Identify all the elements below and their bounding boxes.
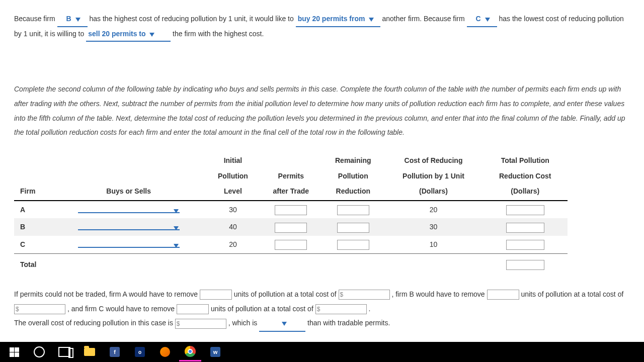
facebook-button[interactable]: f (104, 343, 126, 360)
col-permits-h2: after Trade (260, 184, 322, 201)
dropdown-value: B (66, 15, 71, 23)
chevron-down-icon (174, 226, 179, 230)
table-row: B 40 30 (14, 218, 568, 236)
outlook-icon: o (135, 347, 145, 357)
buys-sells-dropdown[interactable] (78, 203, 180, 213)
firm-b-units-input[interactable] (487, 290, 519, 300)
firm-c-cost-input[interactable]: $ (315, 304, 367, 314)
unit-cost: 10 (384, 236, 483, 253)
col-totalcost-h2: Reduction Cost (482, 168, 568, 184)
chevron-down-icon (282, 316, 287, 331)
col-firm: Firm (14, 184, 51, 201)
text: another firm. Because firm (382, 15, 465, 23)
action-highest-cost-dropdown[interactable]: buy 20 permits from (296, 12, 380, 27)
chevron-down-icon (485, 13, 490, 26)
permits-after-trade-input[interactable] (275, 205, 307, 215)
firm-c-units-input[interactable] (177, 304, 209, 314)
col-remaining-h3: Reduction (322, 184, 384, 201)
task-view-button[interactable] (53, 343, 75, 360)
grand-total-input[interactable] (506, 260, 544, 270)
col-totalcost-h1: Total Pollution (482, 153, 568, 168)
cortana-button[interactable] (28, 343, 50, 360)
firm-highest-cost-dropdown[interactable]: B (57, 12, 88, 27)
total-cost-input[interactable] (506, 205, 544, 215)
col-unitcost-h1: Cost of Reducing (384, 153, 483, 168)
text: If permits could not be traded, firm A w… (14, 290, 198, 298)
firm-a-units-input[interactable] (200, 290, 232, 300)
no-trade-paragraph: If permits could not be traded, firm A w… (14, 287, 630, 332)
facebook-icon: f (110, 347, 120, 357)
word-button[interactable]: w (204, 343, 226, 360)
windows-icon (10, 347, 19, 357)
total-label: Total (14, 253, 51, 275)
action-lowest-cost-dropdown[interactable]: sell 20 permits to (86, 27, 171, 42)
firm-lowest-cost-dropdown[interactable]: C (467, 12, 497, 27)
chevron-down-icon (149, 28, 154, 41)
col-buys-sells: Buys or Sells (51, 184, 206, 201)
col-permits-h1: Permits (260, 168, 322, 184)
outlook-button[interactable]: o (129, 343, 151, 360)
text: units of pollution at a total cost of (234, 290, 337, 298)
col-initial-h1: Initial (206, 153, 260, 168)
firefox-icon (160, 347, 170, 357)
file-explorer-button[interactable] (78, 343, 101, 360)
task-view-icon (58, 347, 70, 357)
dropdown-value: C (476, 15, 481, 23)
remaining-reduction-input[interactable] (337, 205, 369, 215)
windows-taskbar: f o w (0, 342, 644, 362)
text: Because firm (14, 15, 55, 23)
chrome-icon (185, 346, 196, 357)
circle-icon (34, 346, 45, 357)
chrome-button[interactable] (179, 343, 201, 361)
col-initial-h2: Pollution (206, 168, 260, 184)
word-icon: w (210, 347, 220, 357)
chevron-down-icon (369, 13, 374, 26)
chevron-down-icon (75, 13, 80, 26)
chevron-down-icon (174, 244, 179, 248)
folder-icon (84, 348, 95, 356)
text: , and firm C would have to remove (67, 305, 175, 313)
buys-sells-dropdown[interactable] (78, 220, 180, 230)
remaining-reduction-input[interactable] (337, 223, 369, 233)
firm-a-cost-input[interactable]: $ (339, 290, 390, 300)
permits-table: Initial Remaining Cost of Reducing Total… (14, 153, 568, 275)
text: than with tradable permits. (307, 319, 390, 327)
text: The overall cost of reducing pollution i… (14, 319, 173, 327)
firm-label: C (14, 236, 51, 253)
firefox-button[interactable] (154, 343, 176, 360)
text: the firm with the highest cost. (173, 30, 264, 38)
start-button[interactable] (3, 343, 25, 360)
col-remaining-h1: Remaining (322, 153, 384, 168)
total-cost-input[interactable] (506, 240, 544, 250)
initial-pollution: 40 (206, 218, 260, 236)
dropdown-value: buy 20 permits from (298, 15, 365, 23)
initial-pollution: 30 (206, 201, 260, 219)
text: units of pollution at a total cost of (211, 305, 313, 313)
col-totalcost-h3: (Dollars) (482, 184, 568, 201)
initial-pollution: 20 (206, 236, 260, 253)
remaining-reduction-input[interactable] (337, 240, 369, 250)
text: , which is (228, 319, 258, 327)
dropdown-value: sell 20 permits to (88, 30, 145, 38)
table-row-total: Total (14, 253, 568, 275)
table-row: C 20 10 (14, 236, 568, 253)
col-remaining-h2: Pollution (322, 168, 384, 184)
text: units of pollution at a total cost of (521, 290, 623, 298)
firm-label: A (14, 201, 51, 219)
permits-after-trade-input[interactable] (275, 240, 307, 250)
unit-cost: 30 (384, 218, 483, 236)
text: , firm B would have to remove (391, 290, 485, 298)
text: . (369, 305, 371, 313)
instructions-paragraph: Complete the second column of the follow… (14, 82, 630, 140)
total-cost-input[interactable] (506, 223, 544, 233)
comparison-dropdown[interactable] (259, 316, 305, 332)
chevron-down-icon (174, 209, 179, 213)
unit-cost: 20 (384, 201, 483, 219)
intro-paragraph: Because firm B has the highest cost of r… (14, 12, 630, 42)
permits-after-trade-input[interactable] (275, 223, 307, 233)
col-unitcost-h2: Pollution by 1 Unit (384, 168, 483, 184)
overall-cost-input[interactable]: $ (175, 319, 226, 329)
firm-b-cost-input[interactable]: $ (14, 304, 65, 314)
col-unitcost-h3: (Dollars) (384, 184, 483, 201)
buys-sells-dropdown[interactable] (78, 238, 180, 248)
